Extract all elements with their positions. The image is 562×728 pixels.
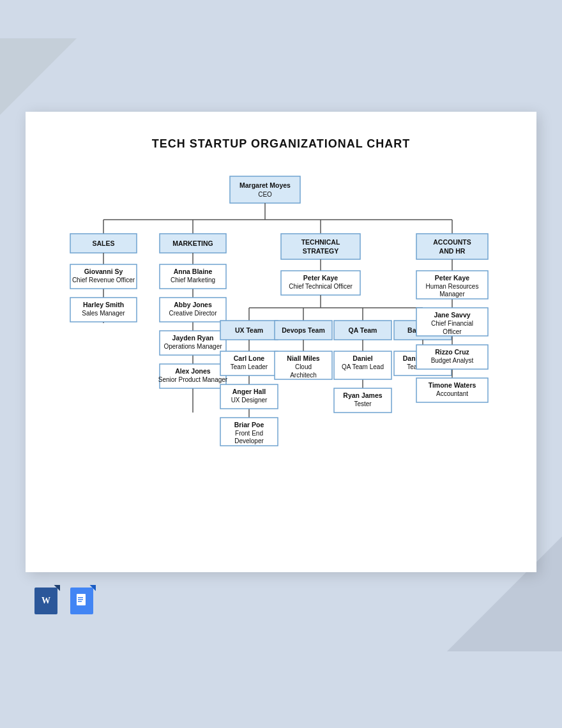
ceo-name: Margaret Moyes [239,181,291,189]
svg-text:Carl Lone: Carl Lone [234,354,265,362]
svg-text:Tester: Tester [354,400,372,407]
svg-text:Budget Analyst: Budget Analyst [431,357,474,364]
svg-text:Human Resources: Human Resources [426,283,479,290]
footer-icons: W [26,585,536,617]
svg-text:Anna Blaine: Anna Blaine [174,268,213,275]
accounts-dept-box [416,234,488,259]
page-title: TECH STARTUP ORGANIZATIONAL CHART [45,137,517,151]
svg-text:QA Team Lead: QA Team Lead [342,363,384,370]
svg-rect-77 [78,599,83,600]
svg-text:Chief Financial: Chief Financial [431,320,473,327]
svg-text:Jayden Ryan: Jayden Ryan [172,334,214,342]
svg-text:Officer: Officer [443,328,462,335]
svg-text:Architech: Architech [290,372,317,379]
svg-text:Creative Director: Creative Director [169,310,217,317]
org-chart: .box-rect { fill: #d6e8f7; stroke: #6fa3… [45,170,517,540]
svg-text:UX Designer: UX Designer [231,397,268,404]
svg-rect-78 [78,601,82,602]
svg-text:Abby Jones: Abby Jones [174,301,212,308]
svg-text:Senior Product Manager: Senior Product Manager [158,376,228,383]
svg-text:ACCOUNTS: ACCOUNTS [433,238,471,246]
word-icon[interactable]: W [32,585,60,617]
svg-rect-76 [78,597,83,598]
ceo-box [230,176,300,203]
docs-icon[interactable] [68,585,96,617]
svg-text:Chief Revenue Officer: Chief Revenue Officer [72,277,135,284]
svg-text:Anger Hall: Anger Hall [232,388,266,395]
svg-text:Jane Savvy: Jane Savvy [434,311,470,319]
document-card: TECH STARTUP ORGANIZATIONAL CHART .box-r… [26,112,536,572]
svg-text:Cloud: Cloud [295,363,312,370]
svg-text:Front End: Front End [235,430,263,437]
svg-text:Niall Miles: Niall Miles [287,354,320,362]
svg-text:Chief Technical Officer: Chief Technical Officer [289,283,353,290]
svg-text:Operations Manager: Operations Manager [163,343,222,350]
svg-text:Daniel: Daniel [353,354,373,362]
svg-text:Harley Smith: Harley Smith [83,301,124,308]
svg-text:Briar Poe: Briar Poe [234,421,264,428]
svg-text:Alex Jones: Alex Jones [175,367,211,375]
svg-text:Devops Team: Devops Team [282,326,325,334]
svg-text:Sales Manager: Sales Manager [82,310,125,317]
svg-text:Rizzo Cruz: Rizzo Cruz [435,348,469,356]
svg-text:Chief Marketing: Chief Marketing [171,277,215,284]
svg-text:Accountant: Accountant [436,390,468,397]
svg-text:Peter Kaye: Peter Kaye [303,274,338,282]
svg-text:STRATEGY: STRATEGY [303,247,338,255]
svg-text:AND HR: AND HR [439,247,466,255]
svg-text:QA Team: QA Team [349,326,377,334]
svg-text:Ryan James: Ryan James [343,391,382,399]
ceo-role: CEO [258,191,272,198]
svg-text:Manager: Manager [439,291,465,298]
svg-text:SALES: SALES [92,239,114,247]
svg-text:Timone Waters: Timone Waters [429,381,476,389]
technical-dept-box [281,234,360,259]
svg-text:TECHNICAL: TECHNICAL [301,238,340,246]
svg-text:Peter Kaye: Peter Kaye [435,274,469,282]
svg-text:MARKETING: MARKETING [172,239,213,247]
svg-text:Giovanni Sy: Giovanni Sy [84,268,123,275]
svg-text:UX Team: UX Team [235,326,263,334]
svg-text:Team Leader: Team Leader [231,363,268,370]
svg-text:Developer: Developer [234,437,264,444]
